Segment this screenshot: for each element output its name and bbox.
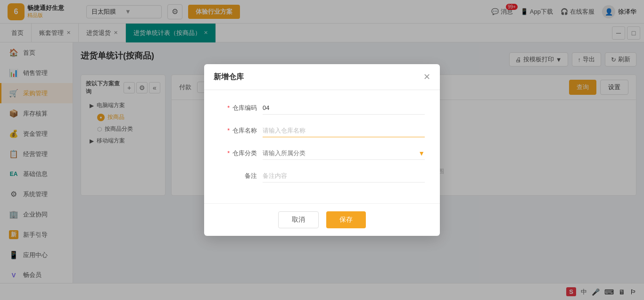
dialog-header: 新增仓库 ✕ xyxy=(204,64,440,90)
warehouse-remark-row: 备注 xyxy=(219,169,425,183)
warehouse-code-row: * 仓库编码 xyxy=(219,101,425,115)
new-warehouse-dialog: 新增仓库 ✕ * 仓库编码 * 仓库名称 xyxy=(204,64,440,236)
warehouse-category-select[interactable]: ▼ xyxy=(263,147,425,160)
warehouse-category-input[interactable] xyxy=(263,147,418,159)
save-button[interactable]: 保存 xyxy=(326,211,366,228)
dialog-footer: 取消 保存 xyxy=(204,203,440,236)
warehouse-code-input[interactable] xyxy=(263,101,425,115)
dialog-body: * 仓库编码 * 仓库名称 * 仓库分类 xyxy=(204,90,440,203)
category-required-dot: * xyxy=(227,150,230,157)
warehouse-name-input[interactable] xyxy=(263,124,425,137)
dialog-title: 新增仓库 xyxy=(214,72,244,82)
code-required-dot: * xyxy=(227,104,230,111)
modal-overlay[interactable]: 新增仓库 ✕ * 仓库编码 * 仓库名称 xyxy=(0,0,644,300)
warehouse-name-row: * 仓库名称 xyxy=(219,124,425,137)
warehouse-name-label: * 仓库名称 xyxy=(219,126,257,135)
cancel-button[interactable]: 取消 xyxy=(278,211,319,228)
name-required-dot: * xyxy=(227,127,230,134)
warehouse-category-row: * 仓库分类 ▼ xyxy=(219,147,425,160)
category-dropdown-arrow: ▼ xyxy=(418,150,425,157)
warehouse-remark-input[interactable] xyxy=(263,169,425,183)
dialog-close-button[interactable]: ✕ xyxy=(423,72,430,82)
warehouse-code-label: * 仓库编码 xyxy=(219,104,257,112)
warehouse-category-label: * 仓库分类 xyxy=(219,149,257,158)
warehouse-remark-label: 备注 xyxy=(219,172,257,180)
